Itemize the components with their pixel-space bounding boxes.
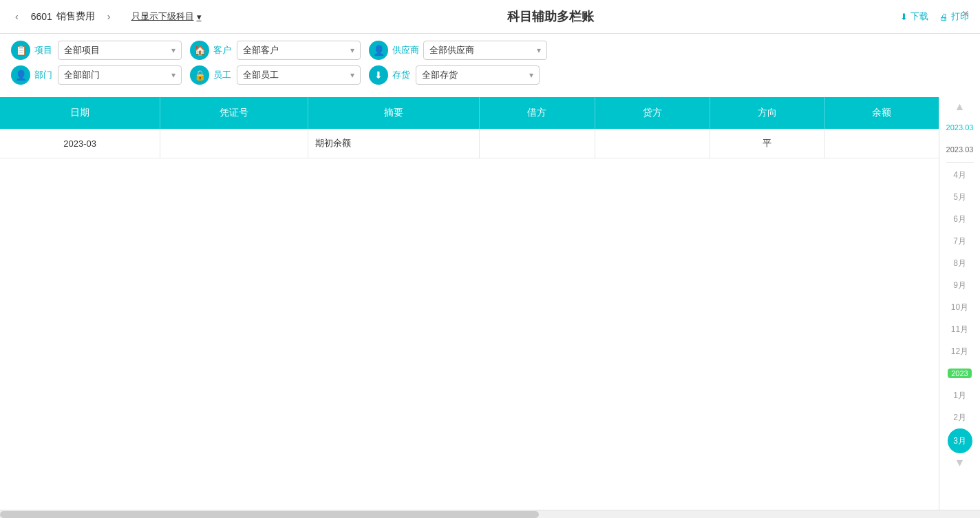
sidebar-month-2[interactable]: 2月 xyxy=(939,406,980,428)
stock-select[interactable]: 全部存货 ▾ xyxy=(416,65,540,85)
filter-area: 📋 项目 全部项目 ▾ 🏠 客户 全部客户 ▾ 👤 供应商 全部供应 xyxy=(0,34,980,97)
col-summary: 摘要 xyxy=(308,97,480,129)
right-sidebar: ▲ 2023.03 2023.03 4月 5月 6月 7月 8月 9月 10月 … xyxy=(939,97,980,510)
filter-row-2: 👤 部门 全部部门 ▾ 🔒 员工 全部员工 ▾ ⬇ 存货 全部存货 xyxy=(11,65,969,85)
supplier-select[interactable]: 全部供应商 ▾ xyxy=(423,41,547,60)
chevron-down-icon: ▾ xyxy=(197,12,202,22)
print-icon: 🖨 xyxy=(939,12,948,22)
cell-direction: 平 xyxy=(710,129,824,158)
project-value: 全部项目 xyxy=(64,44,100,56)
dept-icon: 👤 xyxy=(11,65,30,85)
main-area: 日期 凭证号 摘要 借方 贷方 方向 余额 2023-03 期初余额 xyxy=(0,97,980,510)
supplier-label: 供应商 xyxy=(392,44,419,56)
filter-employee: 🔒 员工 全部员工 ▾ xyxy=(190,65,361,85)
cell-summary: 期初余额 xyxy=(308,129,480,158)
customer-select[interactable]: 全部客户 ▾ xyxy=(237,41,361,60)
table-area: 日期 凭证号 摘要 借方 贷方 方向 余额 2023-03 期初余额 xyxy=(0,97,939,510)
account-name-text: 销售费用 xyxy=(56,10,95,23)
sidebar-divider xyxy=(946,162,974,163)
dept-select[interactable]: 全部部门 ▾ xyxy=(58,65,182,85)
table-header-row: 日期 凭证号 摘要 借方 贷方 方向 余额 xyxy=(0,97,939,129)
filter-customer: 🏠 客户 全部客户 ▾ xyxy=(190,41,361,60)
col-balance: 余额 xyxy=(824,97,939,129)
chevron-down-icon: ▾ xyxy=(537,45,541,55)
table-row: 2023-03 期初余额 平 xyxy=(0,129,939,158)
dept-value: 全部部门 xyxy=(64,69,100,81)
stock-icon: ⬇ xyxy=(369,65,388,85)
nav-prev-button[interactable]: ‹ xyxy=(11,10,23,23)
sidebar-month-10[interactable]: 10月 xyxy=(939,296,980,318)
col-voucher: 凭证号 xyxy=(160,97,308,129)
supplier-icon: 👤 xyxy=(369,41,388,60)
sidebar-month-12[interactable]: 12月 xyxy=(939,340,980,362)
col-debit: 借方 xyxy=(480,97,595,129)
show-sub-label: 只显示下级科目 xyxy=(131,10,194,23)
cell-credit xyxy=(595,129,710,158)
download-icon: ⬇ xyxy=(900,12,908,22)
sidebar-month-6[interactable]: 6月 xyxy=(939,208,980,230)
main-window: ‹ 6601 销售费用 › 只显示下级科目 ▾ 科目辅助多栏账 ⬇ 下载 🖨 打… xyxy=(0,0,980,518)
filter-dept: 👤 部门 全部部门 ▾ xyxy=(11,65,182,85)
col-credit: 贷方 xyxy=(595,97,710,129)
employee-label: 员工 xyxy=(213,69,233,81)
chevron-down-icon: ▾ xyxy=(171,45,175,55)
sidebar-month-8[interactable]: 8月 xyxy=(939,252,980,274)
filter-stock: ⬇ 存货 全部存货 ▾ xyxy=(369,65,540,85)
download-label: 下载 xyxy=(910,10,928,23)
cell-date: 2023-03 xyxy=(0,129,160,158)
chevron-down-icon: ▾ xyxy=(350,45,354,55)
filter-supplier: 👤 供应商 全部供应商 ▾ xyxy=(369,41,547,60)
stock-label: 存货 xyxy=(392,69,412,81)
title-bar: ‹ 6601 销售费用 › 只显示下级科目 ▾ 科目辅助多栏账 ⬇ 下载 🖨 打… xyxy=(0,0,980,34)
scrollbar-thumb[interactable] xyxy=(0,511,539,518)
data-table: 日期 凭证号 摘要 借方 贷方 方向 余额 2023-03 期初余额 xyxy=(0,97,939,158)
cell-balance xyxy=(824,129,939,158)
sidebar-month-1[interactable]: 1月 xyxy=(939,384,980,406)
show-sub-toggle[interactable]: 只显示下级科目 ▾ xyxy=(131,10,202,23)
sidebar-month-2023-03-a[interactable]: 2023.03 xyxy=(939,116,980,138)
employee-select[interactable]: 全部员工 ▾ xyxy=(237,65,361,85)
sidebar-scroll-up-button[interactable]: ▲ xyxy=(939,97,980,116)
page-title: 科目辅助多栏账 xyxy=(210,8,893,25)
chevron-down-icon: ▾ xyxy=(529,70,533,80)
supplier-value: 全部供应商 xyxy=(429,44,474,56)
customer-icon: 🏠 xyxy=(190,41,209,60)
scrollbar-track xyxy=(0,510,980,518)
chevron-down-icon: ▾ xyxy=(350,70,354,80)
col-direction: 方向 xyxy=(710,97,824,129)
sidebar-month-2023-03-b[interactable]: 2023.03 xyxy=(939,138,980,160)
sidebar-month-7[interactable]: 7月 xyxy=(939,230,980,252)
cell-debit xyxy=(480,129,595,158)
sidebar-month-3-active[interactable]: 3月 xyxy=(948,428,972,453)
horizontal-scrollbar[interactable] xyxy=(0,510,980,518)
year-tag: 2023 xyxy=(948,369,971,378)
filter-project: 📋 项目 全部项目 ▾ xyxy=(11,41,182,60)
employee-value: 全部员工 xyxy=(243,69,279,81)
close-button[interactable]: × xyxy=(961,7,969,21)
project-select[interactable]: 全部项目 ▾ xyxy=(58,41,182,60)
stock-value: 全部存货 xyxy=(422,69,458,81)
dept-label: 部门 xyxy=(34,69,54,81)
project-label: 项目 xyxy=(34,44,54,56)
col-date: 日期 xyxy=(0,97,160,129)
customer-label: 客户 xyxy=(213,44,233,56)
project-icon: 📋 xyxy=(11,41,30,60)
sidebar-year-2023: 2023 xyxy=(939,362,980,384)
filter-row-1: 📋 项目 全部项目 ▾ 🏠 客户 全部客户 ▾ 👤 供应商 全部供应 xyxy=(11,41,969,60)
sidebar-month-4[interactable]: 4月 xyxy=(939,164,980,186)
sidebar-month-11[interactable]: 11月 xyxy=(939,318,980,340)
account-code: 6601 销售费用 xyxy=(31,10,95,23)
download-button[interactable]: ⬇ 下载 xyxy=(900,10,928,23)
sidebar-month-5[interactable]: 5月 xyxy=(939,186,980,208)
nav-next-button[interactable]: › xyxy=(103,10,115,23)
account-code-text: 6601 xyxy=(31,11,52,22)
toolbar-actions: ⬇ 下载 🖨 打印 xyxy=(900,10,969,23)
employee-icon: 🔒 xyxy=(190,65,209,85)
customer-value: 全部客户 xyxy=(243,44,279,56)
chevron-down-icon: ▾ xyxy=(171,70,175,80)
cell-voucher xyxy=(160,129,308,158)
sidebar-scroll-down-button[interactable]: ▼ xyxy=(939,453,980,473)
sidebar-month-9[interactable]: 9月 xyxy=(939,274,980,296)
